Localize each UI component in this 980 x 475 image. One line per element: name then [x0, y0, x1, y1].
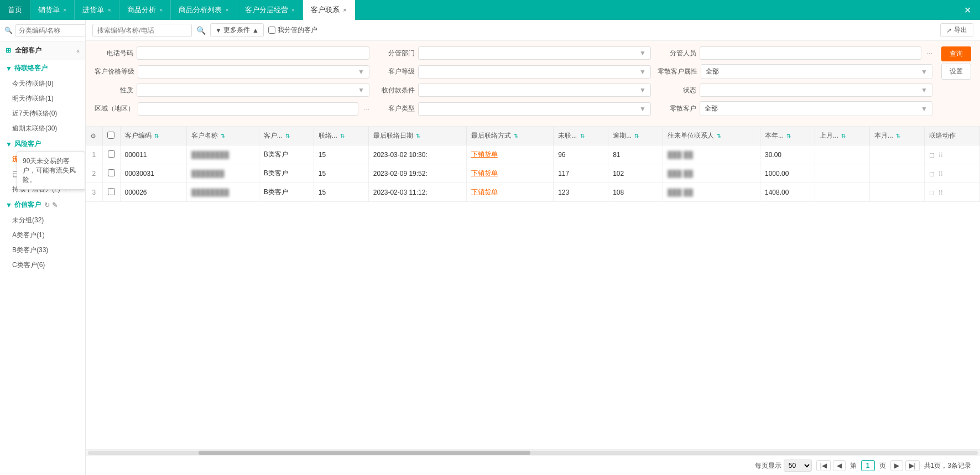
sidebar-item-b-class[interactable]: B类客户(33)	[0, 243, 85, 258]
cell-actions-3[interactable]: ◻ ⁞⁞	[924, 183, 979, 202]
tab-goods-analysis-close[interactable]: ×	[159, 7, 163, 13]
more-conditions-button[interactable]: ▼ 更多条件 ▲	[210, 23, 264, 37]
pagination-prev-button[interactable]: ◀	[833, 460, 846, 471]
filter-select-sparse-attr[interactable]: 全部 ▼	[701, 64, 932, 79]
tab-customer-contact[interactable]: 客户联系 ×	[303, 0, 355, 20]
scrollbar-track[interactable]	[88, 451, 978, 455]
sidebar-item-a-class[interactable]: A类客户(1)	[0, 228, 85, 243]
col-header-name[interactable]: 客户名称 ⇅	[187, 127, 259, 145]
action-more-icon-2[interactable]: ⁞⁞	[939, 170, 943, 178]
my-customers-checkbox[interactable]	[268, 27, 275, 34]
tab-purchase[interactable]: 进货单 ×	[75, 0, 119, 20]
sidebar-group-value-header[interactable]: ▼ 价值客户 ↻ ✎	[0, 197, 85, 213]
last-method-link-1[interactable]: 下销货单	[471, 150, 498, 158]
settings-button[interactable]: 设置	[941, 64, 971, 80]
action-contact-icon-1[interactable]: ◻	[929, 151, 935, 159]
cell-contact-num-1: 15	[314, 145, 368, 164]
tab-customer-contact-close[interactable]: ×	[343, 7, 346, 13]
edit-icon[interactable]: ✎	[52, 201, 58, 209]
filter-select-sparse[interactable]: 全部 ▼	[700, 101, 932, 116]
tab-customer-tier-close[interactable]: ×	[291, 7, 295, 13]
cell-checkbox-2[interactable]	[102, 164, 120, 183]
cell-checkbox-3[interactable]	[102, 183, 120, 202]
sidebar-search-input[interactable]	[15, 24, 86, 36]
col-header-unit-contact[interactable]: 往来单位联系人 ⇅	[663, 127, 760, 145]
pagination-next-button[interactable]: ▶	[890, 460, 903, 471]
dots-icon-region[interactable]: ···	[364, 105, 369, 113]
col-header-this-month[interactable]: 本月... ⇅	[869, 127, 924, 145]
filter-select-level[interactable]: ▼	[418, 65, 651, 79]
last-method-link-3[interactable]: 下销货单	[471, 188, 498, 196]
row-checkbox-1[interactable]	[108, 150, 115, 158]
sidebar-group-pending-header[interactable]: ▼ 待联络客户	[0, 60, 85, 76]
row-checkbox-2[interactable]	[108, 169, 115, 176]
filter-select-payment[interactable]: ▼	[418, 83, 651, 97]
row-checkbox-3[interactable]	[108, 188, 115, 195]
cell-actions-2[interactable]: ◻ ⁞⁞	[924, 164, 979, 183]
pagination-first-button[interactable]: |◀	[816, 460, 831, 471]
export-button[interactable]: ↗ 导出	[940, 23, 973, 37]
table-gear-icon[interactable]: ⚙	[90, 132, 96, 140]
scrollbar-thumb[interactable]	[199, 451, 530, 455]
filter-input-region[interactable]	[138, 102, 358, 116]
cell-checkbox-1[interactable]	[102, 145, 120, 164]
col-header-this-year[interactable]: 本年... ⇅	[760, 127, 815, 145]
col-header-un-contact[interactable]: 未联... ⇅	[554, 127, 608, 145]
query-button[interactable]: 查询	[941, 46, 971, 61]
sidebar-all-customers[interactable]: ⊞ 全部客户 «	[0, 41, 85, 60]
tab-sales-close[interactable]: ×	[63, 7, 66, 13]
filter-select-dept[interactable]: ▼	[418, 46, 651, 60]
tab-goods-analysis[interactable]: 商品分析 ×	[119, 0, 171, 20]
action-more-icon-3[interactable]: ⁞⁞	[939, 189, 943, 196]
col-header-last-month[interactable]: 上月... ⇅	[815, 127, 869, 145]
filter-select-cust-type[interactable]: ▼	[418, 102, 651, 116]
filter-input-phone[interactable]	[137, 46, 369, 60]
sidebar-item-today[interactable]: 今天待联络(0)	[0, 76, 85, 91]
col-header-last-method[interactable]: 最后联络方式 ⇅	[466, 127, 553, 145]
tab-goods-list[interactable]: 商品分析列表 ×	[171, 0, 237, 20]
action-more-icon-1[interactable]: ⁞⁞	[939, 151, 943, 159]
col-header-last-date[interactable]: 最后联络日期 ⇅	[368, 127, 466, 145]
col-header-cust-type[interactable]: 客户... ⇅	[259, 127, 314, 145]
cell-last-method-2[interactable]: 下销货单	[466, 164, 553, 183]
tab-sales[interactable]: 销货单 ×	[30, 0, 75, 20]
sidebar-item-tomorrow[interactable]: 明天待联络(1)	[0, 91, 85, 106]
action-contact-icon-3[interactable]: ◻	[929, 189, 935, 196]
horizontal-scrollbar[interactable]	[86, 449, 980, 456]
tab-home[interactable]: 首页	[0, 0, 30, 20]
filter-search-button[interactable]: 🔍	[196, 26, 206, 35]
filter-select-status[interactable]: ▼	[700, 83, 932, 97]
sidebar-item-7days[interactable]: 近7天待联络(0)	[0, 106, 85, 121]
pagination-last-button[interactable]: ▶|	[905, 460, 920, 471]
per-page-selector: 每页显示 50 100	[755, 460, 812, 472]
gear-column-header[interactable]: ⚙	[86, 127, 102, 145]
filter-input-person[interactable]	[700, 46, 921, 60]
sidebar-item-ungroup[interactable]: 未分组(32)	[0, 213, 85, 228]
window-close-button[interactable]: ✕	[955, 5, 980, 15]
filter-search-input[interactable]	[92, 24, 192, 37]
chevron-down-icon-6: ▼	[639, 86, 646, 94]
sidebar-collapse-icon[interactable]: «	[76, 48, 80, 54]
sidebar-item-c-class[interactable]: C类客户(6)	[0, 258, 85, 273]
tab-customer-tier[interactable]: 客户分层经营 ×	[237, 0, 303, 20]
cell-last-method-3[interactable]: 下销货单	[466, 183, 553, 202]
col-header-contact-num[interactable]: 联络... ⇅	[314, 127, 368, 145]
my-customers-checkbox-label[interactable]: 我分管的客户	[268, 25, 317, 35]
per-page-select[interactable]: 50 100	[784, 460, 812, 472]
dots-icon-person[interactable]: ···	[927, 49, 932, 57]
filter-select-price-level[interactable]: ▼	[138, 65, 369, 79]
cell-last-method-1[interactable]: 下销货单	[466, 145, 553, 164]
col-header-code[interactable]: 客户编码 ⇅	[120, 127, 187, 145]
tab-goods-list-close[interactable]: ×	[225, 7, 228, 13]
filter-label-status: 状态	[658, 86, 696, 95]
filter-select-nature[interactable]: ▼	[137, 83, 369, 97]
sidebar-group-risk-header[interactable]: ▼ 风险客户	[0, 136, 85, 152]
tab-purchase-close[interactable]: ×	[107, 7, 111, 13]
cell-actions-1[interactable]: ◻ ⁞⁞	[924, 145, 979, 164]
col-header-overdue[interactable]: 逾期... ⇅	[608, 127, 663, 145]
last-method-link-2[interactable]: 下销货单	[471, 169, 498, 177]
select-all-checkbox[interactable]	[107, 132, 114, 139]
sidebar-item-overdue[interactable]: 逾期未联络(30)	[0, 121, 85, 136]
refresh-icon[interactable]: ↻	[44, 201, 50, 209]
action-contact-icon-2[interactable]: ◻	[929, 170, 935, 178]
